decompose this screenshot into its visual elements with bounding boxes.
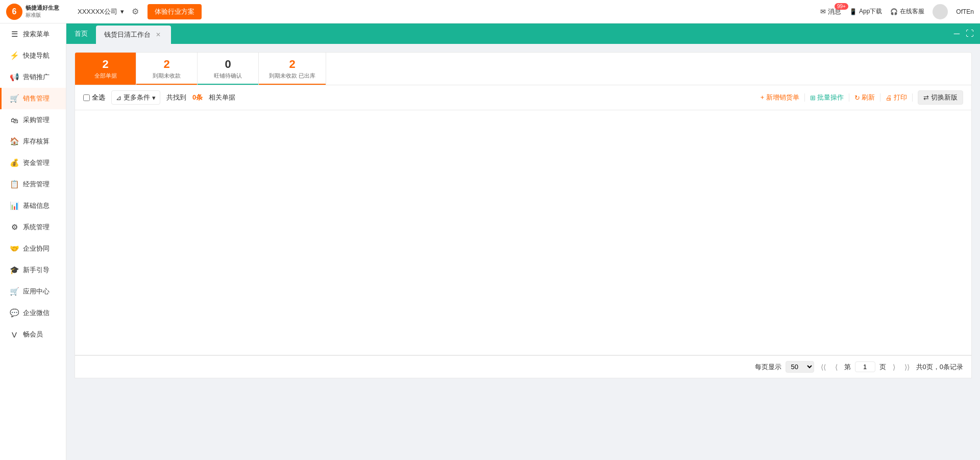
tab-maximize-icon[interactable]: ⛶ [964,27,976,40]
message-icon: ✉ [820,8,826,15]
sidebar-item-label: 基础信息 [23,201,50,210]
support-label: 在线客服 [900,7,924,16]
app-download-button[interactable]: 📱 App下载 [849,7,882,16]
sidebar: ☰ 搜索菜单 ⚡ 快捷导航 📢 营销推广 🛒 销售管理 🛍 采购管理 🏠 库存核… [0,23,66,460]
top-header: 6 畅捷通好生意 标准版 XXXXXX公司 ▾ ⚙ 体验行业方案 ✉ 消息 99… [0,0,980,23]
sidebar-item-label: 营销推广 [23,72,50,82]
print-label: 打印 [894,93,907,102]
sidebar-item-label: 采购管理 [23,115,50,125]
stat-wangpu-num: 0 [208,58,248,71]
found-prefix: 共找到 [166,93,186,102]
message-badge: 99+ [835,3,848,10]
logo-icon: 6 [6,4,22,20]
tab-close-icon[interactable]: ✕ [154,30,163,39]
batch-operation-button[interactable]: ⊞ 批量操作 [810,93,844,102]
company-selector[interactable]: XXXXXX公司 ▾ [78,7,124,16]
sidebar-item-basic-info[interactable]: 📊 基础信息 [0,195,66,216]
prev-page-button[interactable]: ⟨ [832,362,840,372]
company-name: XXXXXX公司 [78,7,117,16]
sidebar-item-label: 销售管理 [23,94,50,103]
sidebar-item-operations[interactable]: 📋 经营管理 [0,174,66,195]
app-subtitle: 标准版 [26,12,59,19]
toolbar-right: + 新增销货单 ⊞ 批量操作 ↻ 刷新 🖨 打印 ⇄ 切换新版 [761,90,963,105]
add-sales-order-button[interactable]: + 新增销货单 [761,93,799,102]
toolbar-divider-3 [880,93,880,102]
phone-icon: 📱 [849,8,857,15]
refresh-button[interactable]: ↻ 刷新 [854,93,875,102]
username-label[interactable]: OfTEn [956,8,974,15]
sales-icon: 🛒 [10,94,19,103]
toolbar-divider-1 [804,93,805,102]
sidebar-item-label: 资金管理 [23,158,50,167]
stat-overdue-num: 2 [146,58,187,71]
sidebar-item-label: 畅会员 [23,330,43,339]
page-number-input[interactable] [855,361,875,372]
sidebar-item-label: 库存核算 [23,137,50,146]
last-page-button[interactable]: ⟩⟩ [902,362,912,372]
switch-icon: ⇄ [923,94,929,102]
chevron-down-icon: ▾ [120,8,124,15]
headset-icon: 🎧 [890,8,898,15]
more-filter-button[interactable]: ⊿ 更多条件 ▾ [111,90,160,105]
sidebar-item-quick-nav[interactable]: ⚡ 快捷导航 [0,45,66,66]
per-page-select[interactable]: 50 100 200 [786,361,814,373]
stat-tab-overdue[interactable]: 2 到期未收款 [136,53,198,85]
sidebar-item-inventory[interactable]: 🏠 库存核算 [0,131,66,152]
purchase-icon: 🛍 [10,116,19,125]
stat-tab-shipped[interactable]: 2 到期未收款 已出库 [259,53,326,85]
found-suffix: 相关单据 [209,93,235,102]
app-logo: 6 畅捷通好生意 标准版 [6,4,72,20]
tab-minimize-icon[interactable]: ─ [952,27,962,40]
next-page-button[interactable]: ⟩ [890,362,898,372]
stat-all-num: 2 [85,58,126,71]
sidebar-item-beginner[interactable]: 🎓 新手引导 [0,259,66,281]
message-button[interactable]: ✉ 消息 99+ [820,7,841,16]
found-count: 0条 [192,93,203,102]
sidebar-item-sales[interactable]: 🛒 销售管理 [0,88,66,109]
stat-wangpu-label: 旺铺待确认 [208,72,248,80]
tab-home[interactable]: 首页 [66,23,96,44]
switch-version-button[interactable]: ⇄ 切换新版 [918,90,963,105]
trial-button[interactable]: 体验行业方案 [148,4,202,19]
sidebar-item-finance[interactable]: 💰 资金管理 [0,152,66,174]
first-page-button[interactable]: ⟨⟨ [818,362,828,372]
sidebar-item-member[interactable]: V 畅会员 [0,324,66,345]
stat-tab-all[interactable]: 2 全部单据 [75,53,136,85]
tab-home-label: 首页 [75,29,88,38]
sidebar-item-label: 企业微信 [23,308,50,318]
settings-icon[interactable]: ⚙ [128,5,142,19]
sidebar-item-system[interactable]: ⚙ 系统管理 [0,216,66,238]
select-all-label: 全选 [92,93,105,102]
more-filter-label: 更多条件 [124,93,150,102]
select-all-checkbox[interactable]: 全选 [83,93,105,102]
operations-icon: 📋 [10,180,19,189]
tab-cash-daily[interactable]: 钱货日清工作台 ✕ [96,26,171,44]
app-download-label: App下载 [859,7,882,16]
inventory-icon: 🏠 [10,137,19,146]
stat-tab-wangpu[interactable]: 0 旺铺待确认 [198,53,259,85]
stat-shipped-label: 到期未收款 已出库 [269,72,315,80]
sidebar-item-label: 搜索菜单 [23,30,50,39]
sidebar-item-enterprise-wechat[interactable]: 💬 企业微信 [0,302,66,324]
select-all-input[interactable] [83,94,90,101]
sidebar-item-label: 企业协同 [23,244,50,253]
sidebar-item-label: 经营管理 [23,180,50,189]
wechat-icon: 💬 [10,308,19,318]
toolbar-divider-2 [849,93,849,102]
avatar[interactable] [933,4,948,19]
print-icon: 🖨 [886,94,892,102]
sidebar-item-app-center[interactable]: 🛒 应用中心 [0,281,66,302]
system-icon: ⚙ [10,223,19,232]
sidebar-item-purchase[interactable]: 🛍 采购管理 [0,109,66,131]
stat-overdue-label: 到期未收款 [146,72,187,80]
sidebar-item-marketing[interactable]: 📢 营销推广 [0,66,66,88]
online-support-button[interactable]: 🎧 在线客服 [890,7,924,16]
sidebar-item-label: 应用中心 [23,287,50,296]
batch-label: 批量操作 [817,93,844,102]
stats-tabs: 2 全部单据 2 到期未收款 0 旺铺待确认 2 到期未收款 已出库 [75,52,972,85]
page-num-prefix: 第 [844,362,851,372]
sidebar-item-enterprise-collab[interactable]: 🤝 企业协同 [0,238,66,259]
sidebar-item-search[interactable]: ☰ 搜索菜单 [0,23,66,45]
print-button[interactable]: 🖨 打印 [886,93,907,102]
sidebar-item-label: 快捷导航 [23,51,50,60]
